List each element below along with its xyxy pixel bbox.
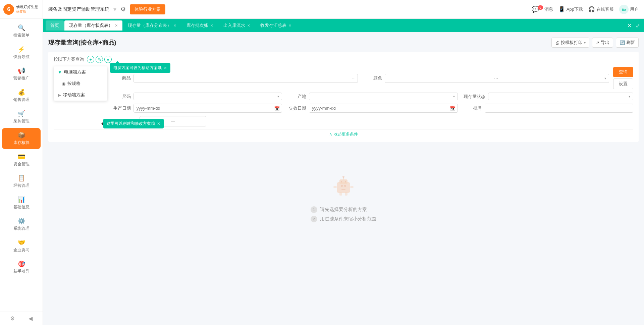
- tab-batch-account[interactable]: 库存批次账 ✕: [182, 20, 218, 31]
- finance-icon: 💳: [18, 153, 25, 160]
- sidebar-item-purchase[interactable]: 🛒 采购管理: [2, 107, 41, 127]
- settings-btn[interactable]: ⚙: [10, 315, 15, 322]
- empty-step-2: 2 用过滤条件来缩小分析范围: [311, 216, 376, 222]
- search-menu-icon: 🔍: [18, 24, 25, 32]
- sidebar-item-cooperation[interactable]: 🤝 企业协同: [2, 235, 41, 256]
- page-actions: 🖨 按模板打印 ▾ ↗ 导出 🔄 刷新: [551, 38, 639, 48]
- scheme-item-pc[interactable]: ▼ 电脑端方案: [54, 66, 107, 78]
- edit-tooltip-close[interactable]: ✕: [157, 121, 160, 126]
- stock-status-select[interactable]: ▾: [488, 93, 633, 100]
- svg-rect-7: [333, 186, 337, 188]
- sidebar-item-operations[interactable]: 📋 经营管理: [2, 171, 41, 192]
- add-scheme-btn[interactable]: +: [87, 56, 94, 63]
- online-service-item[interactable]: 🎧 在线客服: [588, 6, 614, 12]
- page-header: 现存量查询(按仓库+商品) 🖨 按模板打印 ▾ ↗ 导出 🔄 刷新: [48, 38, 639, 48]
- print-dropdown-icon: ▾: [584, 41, 586, 45]
- field-color: 颜色 ··· ▾: [362, 74, 609, 83]
- expire-date-calendar-icon[interactable]: 📅: [448, 106, 458, 111]
- sidebar-item-marketing[interactable]: 📢 营销推广: [2, 64, 41, 85]
- export-btn[interactable]: ↗ 导出: [592, 38, 613, 48]
- query-btn[interactable]: 查询: [613, 67, 633, 77]
- sidebar-menu: 🔍 搜索菜单 ⚡ 快捷导航 📢 营销推广 💰 销售管理 🛒 采购管理 📦 库存核…: [0, 19, 43, 312]
- tab-close-inout-flow[interactable]: ✕: [247, 23, 250, 28]
- app-download-item[interactable]: 📱 App下载: [558, 6, 583, 12]
- svg-point-12: [342, 176, 344, 178]
- batch-input[interactable]: [485, 104, 633, 113]
- origin-select[interactable]: ▾: [309, 93, 458, 100]
- topbar-settings-icon[interactable]: ⚙: [120, 6, 126, 13]
- tab-inventory-dist[interactable]: 现存量（库存分布表） ✕: [123, 20, 181, 31]
- industry-btn[interactable]: 体验行业方案: [130, 4, 165, 14]
- field-produce-date: 生产日期 📅: [111, 104, 282, 113]
- sidebar-item-quick-nav[interactable]: ⚡ 快捷导航: [2, 42, 41, 63]
- quick-nav-icon: ⚡: [18, 46, 25, 53]
- svg-rect-6: [341, 189, 345, 190]
- tab-receive-summary[interactable]: 收发存汇总表 ✕: [256, 20, 296, 31]
- search-row-2: 尺码 ▾ 产地 ▾: [111, 93, 633, 100]
- marketing-icon: 📢: [18, 67, 25, 74]
- edit-scheme-btn[interactable]: ✎: [96, 56, 103, 63]
- tab-close-batch-account[interactable]: ✕: [210, 23, 213, 28]
- sidebar-item-inventory[interactable]: 📦 库存核算: [2, 128, 41, 149]
- size-select[interactable]: ▾: [133, 93, 282, 100]
- tab-home[interactable]: 首页: [46, 20, 64, 31]
- logo-text: 畅通好好生意 标签版: [16, 4, 38, 14]
- sidebar-item-system[interactable]: ⚙️ 系统管理: [2, 214, 41, 235]
- scheme-header-btns: + ✎ «: [87, 56, 112, 63]
- scheme-item-mobile[interactable]: ▶ 移动端方案: [54, 89, 107, 101]
- sidebar-item-finance[interactable]: 💳 资金管理: [2, 150, 41, 170]
- produce-date-calendar-icon[interactable]: 📅: [272, 106, 282, 111]
- field-goods: 商品 ···: [111, 74, 358, 83]
- tab-close-receive-summary[interactable]: ✕: [288, 23, 291, 28]
- empty-illustration: [330, 173, 357, 200]
- pc-tooltip-close[interactable]: ✕: [164, 66, 167, 70]
- tabbar: 首页 现存量（库存状况表） ✕ 现存量（库存分布表） ✕ 库存批次账 ✕ 出入库…: [43, 19, 644, 32]
- search-action-btns: 查询 设置: [613, 67, 633, 89]
- goods-input[interactable]: [134, 74, 350, 83]
- main-area: 装备及固定资产辅助管理系统 ▾ ⚙ 体验行业方案 💬 6 消息 📱 App下载 …: [43, 0, 644, 325]
- produce-date-input[interactable]: [134, 104, 272, 112]
- svg-point-3: [345, 181, 346, 182]
- tab-close-inventory-dist[interactable]: ✕: [173, 23, 176, 28]
- collapse-sidebar-btn[interactable]: ◀: [29, 315, 33, 322]
- back-scheme-btn[interactable]: «: [104, 56, 112, 63]
- search-panel: 按以下方案查询 + ✎ « ▼ 电脑端方案 ◉ 按规格: [48, 52, 639, 142]
- tabbar-right-btns: ✕ ⤢: [626, 22, 641, 30]
- svg-rect-4: [341, 185, 343, 187]
- print-btn[interactable]: 🖨 按模板打印 ▾: [551, 38, 589, 48]
- collapse-bar[interactable]: ∧ 收起更多条件: [54, 129, 633, 139]
- sidebar-item-guide[interactable]: 🎯 新手引导: [2, 257, 41, 278]
- logo-icon: 6: [3, 4, 14, 15]
- tab-close-inventory-status[interactable]: ✕: [115, 23, 118, 28]
- search-panel-header: 按以下方案查询 + ✎ «: [54, 56, 633, 63]
- stock-qty-to[interactable]: [176, 117, 203, 125]
- avatar: Ea: [619, 5, 629, 14]
- tab-inout-flow[interactable]: 出入库流水 ✕: [219, 20, 255, 31]
- tab-close-all-btn[interactable]: ✕: [626, 22, 633, 30]
- system-icon: ⚙️: [18, 217, 25, 225]
- inventory-icon: 📦: [18, 131, 25, 139]
- scheme-item-spec[interactable]: ◉ 按规格: [54, 78, 107, 89]
- search-fields: 商品 ··· 颜色 ··· ▾: [111, 67, 633, 126]
- sidebar-item-basic-info[interactable]: 📊 基础信息: [2, 193, 41, 213]
- topbar-left: 装备及固定资产辅助管理系统 ▾ ⚙ 体验行业方案: [48, 4, 165, 14]
- sidebar-item-sales[interactable]: 💰 销售管理: [2, 85, 41, 106]
- sidebar-item-search-menu[interactable]: 🔍 搜索菜单: [2, 21, 41, 42]
- pc-tooltip: 电脑方案可设为移动方案哦 ✕: [110, 63, 170, 73]
- sidebar: 6 畅通好好生意 标签版 🔍 搜索菜单 ⚡ 快捷导航 📢 营销推广 💰 销售管理…: [0, 0, 43, 325]
- svg-rect-5: [344, 185, 346, 187]
- topbar-dropdown-icon[interactable]: ▾: [113, 6, 116, 13]
- reset-btn[interactable]: 设置: [613, 78, 633, 89]
- message-badge: 6: [538, 5, 543, 10]
- refresh-btn[interactable]: 🔄 刷新: [616, 38, 639, 48]
- produce-date-wrap: 📅: [133, 104, 282, 113]
- search-label: 按以下方案查询: [54, 56, 84, 62]
- goods-more-icon[interactable]: ···: [350, 76, 358, 80]
- tab-maximize-btn[interactable]: ⤢: [634, 22, 641, 30]
- color-select[interactable]: ··· ▾: [385, 74, 609, 83]
- edit-tooltip: 这里可以创建和修改方案哦 ✕: [103, 119, 164, 128]
- tab-inventory-status[interactable]: 现存量（库存状况表） ✕: [64, 20, 122, 31]
- expire-date-input[interactable]: [309, 104, 447, 112]
- message-item[interactable]: 💬 6 消息: [532, 6, 553, 13]
- user-item[interactable]: Ea 用户: [619, 5, 639, 14]
